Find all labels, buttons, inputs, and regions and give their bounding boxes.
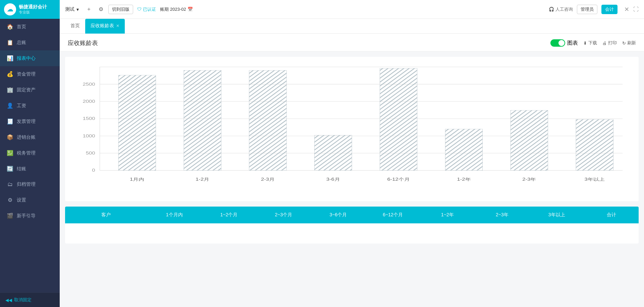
service-label: 人工咨询 bbox=[555, 6, 573, 12]
logo-icon: ☁ bbox=[4, 3, 16, 15]
download-button[interactable]: ⬇ 下载 bbox=[583, 40, 597, 46]
sidebar-item-label: 结账 bbox=[17, 166, 26, 172]
chart-toggle-label: 图表 bbox=[567, 40, 578, 47]
col-customer: 客户 bbox=[65, 207, 147, 223]
fund-management-icon: 💰 bbox=[7, 71, 13, 77]
sidebar-item-label: 归档管理 bbox=[17, 181, 36, 187]
svg-text:1月内: 1月内 bbox=[130, 177, 144, 181]
svg-text:500: 500 bbox=[86, 151, 95, 155]
svg-text:2-3月: 2-3月 bbox=[261, 177, 275, 181]
sidebar-item-general-ledger[interactable]: 📋 总账 bbox=[0, 35, 60, 50]
purchase-sales-icon: 📦 bbox=[7, 134, 13, 140]
svg-text:2500: 2500 bbox=[83, 82, 95, 86]
tab-close-icon[interactable]: ✕ bbox=[116, 24, 119, 28]
refresh-button[interactable]: ↻ 刷新 bbox=[622, 40, 636, 46]
tabs-bar: 首页 应收账龄表 ✕ bbox=[60, 19, 644, 34]
logo-subtitle: 专业版 bbox=[19, 10, 47, 15]
archive-management-icon: 🗂 bbox=[7, 181, 13, 187]
svg-text:3年以上: 3年以上 bbox=[584, 177, 604, 181]
page-title: 应收账龄表 bbox=[68, 39, 98, 47]
fixed-assets-icon: 🏢 bbox=[7, 87, 13, 93]
sidebar-item-label: 报表中心 bbox=[17, 55, 36, 61]
settings-icon: ⚙ bbox=[7, 197, 13, 203]
role-accountant-button[interactable]: 会计 bbox=[601, 5, 618, 14]
svg-text:3-6月: 3-6月 bbox=[326, 177, 340, 181]
tab-home[interactable]: 首页 bbox=[65, 19, 85, 34]
settlement-icon: 🔄 bbox=[7, 166, 13, 172]
topbar-right: 🎧 人工咨询 管理员 会计 ✕ ⛶ bbox=[549, 5, 639, 14]
payroll-icon: 👤 bbox=[7, 102, 13, 109]
sidebar-item-label: 新手引导 bbox=[17, 213, 36, 219]
sidebar-item-newcomer-guide[interactable]: 🎬 新手引导 bbox=[0, 208, 60, 224]
toggle-knob bbox=[558, 40, 565, 46]
svg-rect-21 bbox=[315, 135, 352, 171]
cancel-fixed-button[interactable]: ◀◀ 取消固定 bbox=[0, 293, 60, 307]
col-6-12month: 6~12个月 bbox=[366, 207, 420, 223]
sidebar-item-label: 工资 bbox=[17, 103, 26, 109]
period-text-label: 账期 bbox=[160, 6, 169, 12]
svg-rect-19 bbox=[249, 71, 286, 171]
switch-version-button[interactable]: 切到旧版 bbox=[108, 5, 133, 14]
svg-rect-27 bbox=[511, 111, 548, 171]
sidebar-item-fixed-assets[interactable]: 🏢 固定资产 bbox=[0, 82, 60, 98]
col-1-2year: 1~2年 bbox=[420, 207, 475, 223]
print-label: 打印 bbox=[608, 40, 617, 46]
certified-badge: 🛡 已认证 bbox=[137, 6, 156, 12]
col-3plus-year: 3年以上 bbox=[529, 207, 584, 223]
refresh-icon: ↻ bbox=[622, 41, 626, 46]
sidebar-item-invoice-management[interactable]: 🧾 发票管理 bbox=[0, 114, 60, 129]
svg-text:1500: 1500 bbox=[83, 117, 95, 121]
svg-text:1000: 1000 bbox=[83, 134, 95, 138]
chart-area: 0 500 1000 1500 2000 2500 1月内 bbox=[72, 63, 632, 191]
invoice-management-icon: 🧾 bbox=[7, 118, 13, 125]
col-total: 合计 bbox=[584, 207, 639, 223]
chart-toggle[interactable] bbox=[550, 39, 565, 47]
main-area: 测试 ▾ ＋ ⚙ 切到旧版 🛡 已认证 账期 2023-02 📅 🎧 人工咨询 … bbox=[60, 0, 644, 307]
svg-rect-15 bbox=[118, 75, 156, 170]
sidebar-item-tax-management[interactable]: 💹 税务管理 bbox=[0, 145, 60, 161]
sidebar-item-purchase-sales[interactable]: 📦 进销台账 bbox=[0, 129, 60, 145]
tab-home-label: 首页 bbox=[70, 23, 80, 29]
sidebar-item-archive-management[interactable]: 🗂 归档管理 bbox=[0, 177, 60, 192]
logo-title: 畅捷通好会计 bbox=[19, 4, 47, 10]
chevron-down-icon: ▾ bbox=[76, 7, 79, 12]
sidebar-nav: 🏠 首页 📋 总账 📊 报表中心 💰 资金管理 🏢 固定资产 👤 工资 🧾 发票… bbox=[0, 19, 60, 293]
page-actions: 图表 ⬇ 下载 🖨 打印 ↻ 刷新 bbox=[550, 39, 636, 47]
certified-label: 已认证 bbox=[143, 6, 156, 12]
print-button[interactable]: 🖨 打印 bbox=[602, 40, 617, 46]
sidebar-item-settings[interactable]: ⚙ 设置 bbox=[0, 192, 60, 208]
chart-container: 0 500 1000 1500 2000 2500 1月内 bbox=[65, 57, 639, 201]
content-area: 应收账龄表 图表 ⬇ 下载 🖨 打印 ↻ 刷新 bbox=[60, 34, 644, 307]
col-3-6month: 3~6个月 bbox=[311, 207, 366, 223]
company-selector[interactable]: 测试 ▾ bbox=[65, 6, 79, 12]
svg-rect-29 bbox=[576, 119, 613, 170]
refresh-label: 刷新 bbox=[627, 40, 636, 46]
service-button[interactable]: 🎧 人工咨询 bbox=[549, 6, 573, 12]
sidebar-item-payroll[interactable]: 👤 工资 bbox=[0, 98, 60, 114]
col-2-3month: 2~3个月 bbox=[256, 207, 311, 223]
add-button[interactable]: ＋ bbox=[84, 5, 94, 14]
sidebar-item-fund-management[interactable]: 💰 资金管理 bbox=[0, 66, 60, 82]
tab-aging-label: 应收账龄表 bbox=[91, 23, 114, 29]
general-ledger-icon: 📋 bbox=[7, 39, 13, 46]
sidebar-item-home[interactable]: 🏠 首页 bbox=[0, 19, 60, 35]
print-icon: 🖨 bbox=[602, 41, 607, 46]
sidebar-item-label: 首页 bbox=[17, 24, 26, 30]
page-header: 应收账龄表 图表 ⬇ 下载 🖨 打印 ↻ 刷新 bbox=[60, 34, 644, 51]
tab-aging[interactable]: 应收账龄表 ✕ bbox=[85, 19, 125, 34]
sidebar-item-settlement[interactable]: 🔄 结账 bbox=[0, 161, 60, 177]
company-name: 测试 bbox=[65, 6, 74, 12]
calendar-icon[interactable]: 📅 bbox=[187, 7, 193, 12]
sidebar-item-report-center[interactable]: 📊 报表中心 bbox=[0, 50, 60, 66]
pin-icon: ◀◀ bbox=[5, 298, 12, 303]
close-button[interactable]: ✕ bbox=[624, 6, 629, 13]
sidebar-item-label: 总账 bbox=[17, 40, 26, 46]
expand-button[interactable]: ⛶ bbox=[633, 6, 639, 12]
col-1month: 1个月内 bbox=[147, 207, 202, 223]
role-manager-button[interactable]: 管理员 bbox=[577, 5, 597, 14]
settings-button[interactable]: ⚙ bbox=[96, 5, 106, 14]
sidebar: ☁ 畅捷通好会计 专业版 🏠 首页 📋 总账 📊 报表中心 💰 资金管理 🏢 固… bbox=[0, 0, 60, 307]
sidebar-logo: ☁ 畅捷通好会计 专业版 bbox=[0, 0, 60, 19]
sidebar-item-label: 进销台账 bbox=[17, 134, 36, 140]
cancel-fixed-label: 取消固定 bbox=[14, 297, 32, 303]
